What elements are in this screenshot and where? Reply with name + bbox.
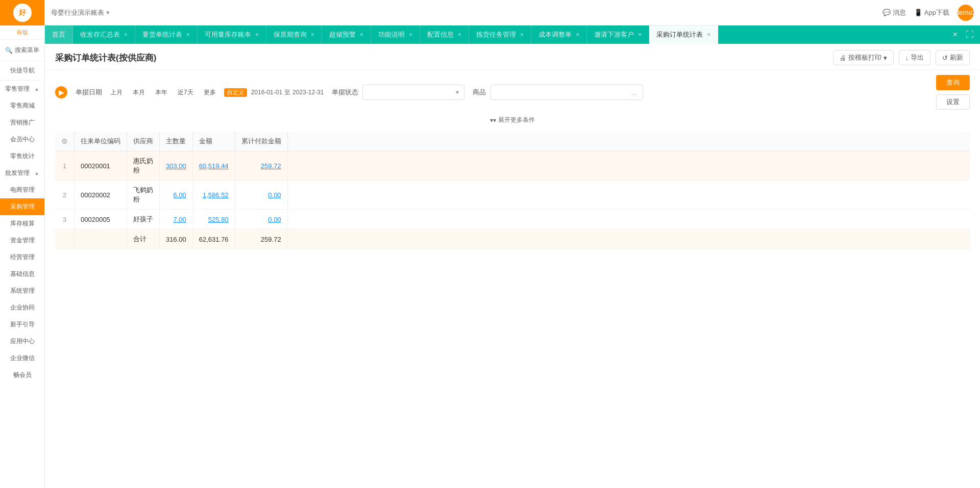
tab-config_info[interactable]: 配置信息× — [420, 25, 469, 44]
tab-close-overstock_alert[interactable]: × — [360, 31, 363, 38]
app-download-button[interactable]: 📱 App下载 — [914, 8, 949, 17]
sidebar-item-system[interactable]: 系统管理 — [0, 282, 44, 299]
sidebar-item-label-enterprise: 企业协同 — [10, 303, 35, 312]
cell-paid[interactable]: 0.00 — [235, 210, 287, 229]
tab-order_summary[interactable]: 要货单统计表× — [135, 25, 198, 44]
sidebar-item-newguide[interactable]: 新手引导 — [0, 316, 44, 333]
row-num: 1 — [55, 151, 75, 181]
cell-quantity[interactable]: 6.00 — [160, 181, 193, 210]
shortcut-this-month[interactable]: 本月 — [129, 87, 149, 98]
filter-goods-group: 商品 … — [473, 85, 643, 100]
tab-bar-actions: ×⛶ — [951, 28, 980, 41]
tab-maximize-button[interactable]: ⛶ — [964, 28, 976, 41]
sidebar-item-operations[interactable]: 经营管理 — [0, 249, 44, 266]
print-arrow-icon: ▾ — [884, 54, 887, 62]
row-num: 2 — [55, 181, 75, 210]
expand-icon: ▾▾ — [490, 117, 496, 124]
tab-close-order_summary[interactable]: × — [186, 31, 190, 38]
sidebar-item-member_center[interactable]: 会员中心 — [0, 131, 44, 148]
sidebar-item-appcenter[interactable]: 应用中心 — [0, 333, 44, 350]
sidebar-item-purchase[interactable]: 采购管理 — [0, 198, 44, 215]
tab-home[interactable]: 首页 — [45, 25, 73, 44]
footer-total-paid: 259.72 — [235, 229, 287, 249]
tab-expiry_query[interactable]: 保质期查询× — [266, 25, 322, 44]
footer-total-amount: 62,631.76 — [192, 229, 235, 249]
status-select[interactable]: ▾ — [362, 85, 464, 100]
tab-close-cost_adjust[interactable]: × — [576, 31, 579, 38]
sidebar-item-inventory[interactable]: 库存核算 — [0, 215, 44, 232]
tab-purchase_summary[interactable]: 采购订单统计表× — [649, 25, 718, 44]
tab-pick_task[interactable]: 拣货任务管理× — [469, 25, 531, 44]
tab-label-home: 首页 — [52, 30, 65, 39]
filter-toggle-button[interactable]: ▶ — [55, 86, 67, 98]
logo-text-label[interactable]: 标版 — [0, 25, 44, 40]
sidebar-item-ecommerce[interactable]: 电商管理 — [0, 182, 44, 198]
sidebar-item-basics[interactable]: 基础信息 — [0, 266, 44, 282]
refresh-button[interactable]: ↺ 刷新 — [936, 50, 970, 65]
sidebar-item-finance[interactable]: 资金管理 — [0, 232, 44, 249]
print-button[interactable]: 🖨 按模板打印 ▾ — [833, 50, 894, 65]
settings-col-header: ⚙ — [55, 132, 75, 151]
sidebar: 好 标版 🔍 搜索菜单 快捷导航 零售管理▲零售商城营销推广会员中心零售统计批发… — [0, 0, 45, 488]
sidebar-item-wholesale[interactable]: 批发管理▲ — [0, 165, 44, 182]
query-button[interactable]: 查询 — [936, 75, 970, 90]
download-icon: 📱 — [914, 9, 922, 16]
tab-close-expiry_query[interactable]: × — [311, 31, 314, 38]
shortcut-this-year[interactable]: 本年 — [151, 87, 172, 98]
tab-close-available_stock[interactable]: × — [255, 31, 259, 38]
tab-close-pick_task[interactable]: × — [520, 31, 524, 38]
sidebar-item-enterprise[interactable]: 企业协同 — [0, 299, 44, 316]
cell-code: 00020005 — [75, 210, 127, 229]
sidebar-item-retail_stats[interactable]: 零售统计 — [0, 148, 44, 165]
export-button[interactable]: ↓ 导出 — [899, 50, 931, 65]
cell-amount[interactable]: 525.80 — [192, 210, 235, 229]
date-end: 2023-12-31 — [292, 89, 324, 96]
table-settings-icon[interactable]: ⚙ — [61, 137, 68, 145]
filter-area: ▶ 单据日期 上月 本月 本年 近7天 更多 自定义 2016-01-01 — [45, 70, 980, 132]
col-quantity: 主数量 — [160, 132, 193, 151]
quicknav-button[interactable]: 快捷导航 — [0, 63, 44, 78]
workspace-selector[interactable]: 母婴行业演示账表 ▾ — [51, 8, 110, 17]
cell-quantity[interactable]: 7.00 — [160, 210, 193, 229]
query-actions: 查询 设置 — [936, 75, 970, 110]
print-icon: 🖨 — [840, 54, 846, 62]
expand-filter-button[interactable]: ▾▾ 展开更多条件 — [484, 114, 541, 126]
tab-close-all-button[interactable]: × — [951, 28, 960, 41]
col-paid: 累计付款金额 — [235, 132, 287, 151]
tab-close-config_info[interactable]: × — [458, 31, 461, 38]
search-menu-button[interactable]: 🔍 搜索菜单 — [3, 44, 41, 57]
cell-paid[interactable]: 0.00 — [235, 181, 287, 210]
shortcut-last-month[interactable]: 上月 — [106, 87, 127, 98]
cell-amount[interactable]: 1,586.52 — [192, 181, 235, 210]
date-start: 2016-01-01 — [251, 89, 282, 96]
sidebar-item-vip[interactable]: 畅会员 — [0, 367, 44, 383]
custom-date-tag[interactable]: 自定义 — [224, 88, 247, 97]
tab-close-purchase_summary[interactable]: × — [707, 31, 710, 38]
tab-label-pick_task: 拣货任务管理 — [476, 30, 516, 39]
cell-quantity[interactable]: 303.00 — [160, 151, 193, 181]
goods-input[interactable]: … — [490, 85, 643, 100]
shortcut-more[interactable]: 更多 — [200, 87, 220, 98]
sidebar-item-wechat[interactable]: 企业微信 — [0, 350, 44, 367]
sidebar-item-retail_manage[interactable]: 零售管理▲ — [0, 81, 44, 97]
tab-close-invite_downstream[interactable]: × — [638, 31, 642, 38]
sidebar-item-retail_shop[interactable]: 零售商城 — [0, 97, 44, 114]
footer-empty1 — [55, 229, 75, 249]
tab-available_stock[interactable]: 可用量库存账本× — [198, 25, 266, 44]
settings-button[interactable]: 设置 — [936, 94, 970, 110]
tab-invite_downstream[interactable]: 邀请下游客户× — [587, 25, 649, 44]
tab-overstock_alert[interactable]: 超储预警× — [322, 25, 371, 44]
user-avatar[interactable]: demo2 — [958, 5, 974, 21]
tab-close-receive_summary[interactable]: × — [124, 31, 128, 38]
tab-cost_adjust[interactable]: 成本调整单× — [531, 25, 587, 44]
cell-amount[interactable]: 60,519.44 — [192, 151, 235, 181]
status-label: 单据状态 — [332, 88, 358, 97]
sidebar-item-marketing[interactable]: 营销推广 — [0, 114, 44, 131]
shortcut-7days[interactable]: 近7天 — [174, 87, 198, 98]
tab-receive_summary[interactable]: 收发存汇总表× — [73, 25, 135, 44]
table-row: 100020001惠氏奶粉303.0060,519.44259.72 — [55, 151, 970, 181]
tab-function_desc[interactable]: 功能说明× — [371, 25, 420, 44]
cell-paid[interactable]: 259.72 — [235, 151, 287, 181]
tab-close-function_desc[interactable]: × — [409, 31, 412, 38]
message-button[interactable]: 💬 消息 — [883, 8, 906, 17]
